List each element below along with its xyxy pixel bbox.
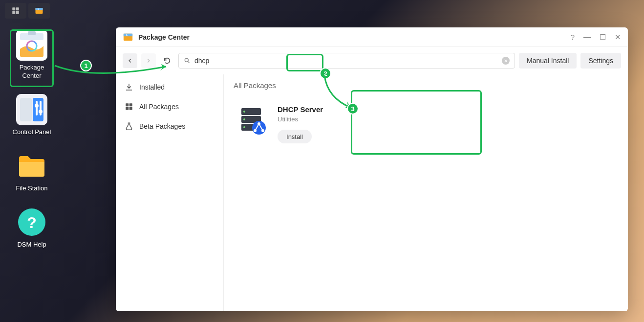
svg-rect-0: [12, 7, 15, 10]
sidebar-item-label: All Packages: [139, 103, 179, 111]
maximize-icon[interactable]: ☐: [600, 33, 606, 42]
taskbar: S: [0, 0, 55, 22]
desktop-icon-file-station[interactable]: File Station: [10, 150, 54, 193]
desktop-icon-control-panel[interactable]: Control Panel: [10, 94, 54, 137]
svg-text:S: S: [38, 8, 39, 10]
svg-point-32: [243, 118, 245, 120]
svg-point-23: [185, 58, 188, 62]
clear-search-icon[interactable]: ✕: [502, 57, 510, 65]
help-icon[interactable]: ?: [571, 33, 575, 42]
package-category: Utilities: [278, 115, 323, 123]
package-info: DHCP Server Utilities Install: [278, 105, 323, 143]
desktop-icon-label: Control Panel: [13, 128, 51, 137]
svg-point-33: [243, 126, 245, 128]
svg-text:S: S: [126, 33, 128, 36]
refresh-button[interactable]: [160, 53, 174, 68]
install-button[interactable]: Install: [278, 130, 312, 143]
manual-install-button[interactable]: Manual Install: [519, 53, 577, 69]
desktop-icon-package-center[interactable]: Package Center: [10, 29, 54, 80]
svg-point-31: [243, 111, 245, 113]
download-icon: [125, 83, 133, 92]
window-body: Installed All Packages Beta Packages All…: [116, 74, 628, 311]
annotation-badge-1: 1: [80, 60, 92, 71]
svg-point-17: [39, 110, 43, 114]
package-center-icon: S: [123, 32, 133, 43]
svg-rect-24: [126, 103, 129, 106]
back-button[interactable]: [123, 53, 137, 68]
package-center-window: S Package Center ? — ☐ ✕ ✕ Manual Instal…: [116, 27, 628, 311]
sidebar: Installed All Packages Beta Packages: [116, 74, 223, 311]
package-card[interactable]: DHCP Server Utilities Install: [234, 98, 361, 150]
sidebar-item-label: Installed: [139, 83, 165, 91]
beta-icon: [125, 122, 133, 131]
svg-rect-26: [126, 107, 129, 110]
svg-rect-2: [12, 11, 15, 14]
svg-rect-25: [129, 103, 132, 106]
window-controls: ? — ☐ ✕: [571, 33, 621, 42]
sidebar-item-label: Beta Packages: [139, 122, 185, 130]
content-heading: All Packages: [234, 81, 618, 90]
sidebar-item-installed[interactable]: Installed: [116, 77, 223, 97]
svg-point-16: [35, 104, 39, 108]
taskbar-package-center-icon[interactable]: S: [28, 3, 50, 19]
svg-rect-1: [16, 7, 19, 10]
settings-button[interactable]: Settings: [580, 53, 621, 69]
content-area: All Packages DHCP Server Utilities Insta…: [223, 74, 628, 311]
minimize-icon[interactable]: —: [583, 33, 591, 42]
desktop-icon-dsm-help[interactable]: ? DSM Help: [10, 207, 54, 249]
sidebar-item-all-packages[interactable]: All Packages: [116, 97, 223, 116]
desktop-icons: Package Center Control Panel File Statio…: [10, 29, 54, 249]
svg-rect-3: [16, 11, 19, 14]
taskbar-apps-icon[interactable]: [5, 3, 26, 19]
search-icon: [184, 57, 191, 64]
dhcp-server-icon: [237, 105, 269, 137]
desktop-icon-label: Package Center: [10, 64, 54, 80]
svg-rect-13: [33, 98, 43, 121]
titlebar: S Package Center ? — ☐ ✕: [116, 27, 628, 47]
toolbar: ✕ Manual Install Settings: [116, 47, 628, 74]
svg-rect-14: [36, 101, 38, 115]
svg-rect-12: [20, 98, 32, 121]
close-icon[interactable]: ✕: [615, 33, 621, 42]
desktop-icon-label: File Station: [16, 184, 47, 193]
window-title: Package Center: [138, 33, 571, 41]
svg-rect-27: [129, 107, 132, 110]
search-input[interactable]: [194, 57, 502, 65]
desktop-icon-label: DSM Help: [17, 241, 46, 249]
package-name: DHCP Server: [278, 105, 323, 114]
sidebar-item-beta-packages[interactable]: Beta Packages: [116, 116, 223, 136]
svg-rect-9: [28, 31, 36, 35]
svg-rect-21: [124, 33, 132, 36]
search-box: ✕: [178, 53, 515, 69]
grid-icon: [125, 102, 133, 111]
forward-button[interactable]: [141, 53, 156, 68]
svg-text:?: ?: [27, 214, 37, 231]
